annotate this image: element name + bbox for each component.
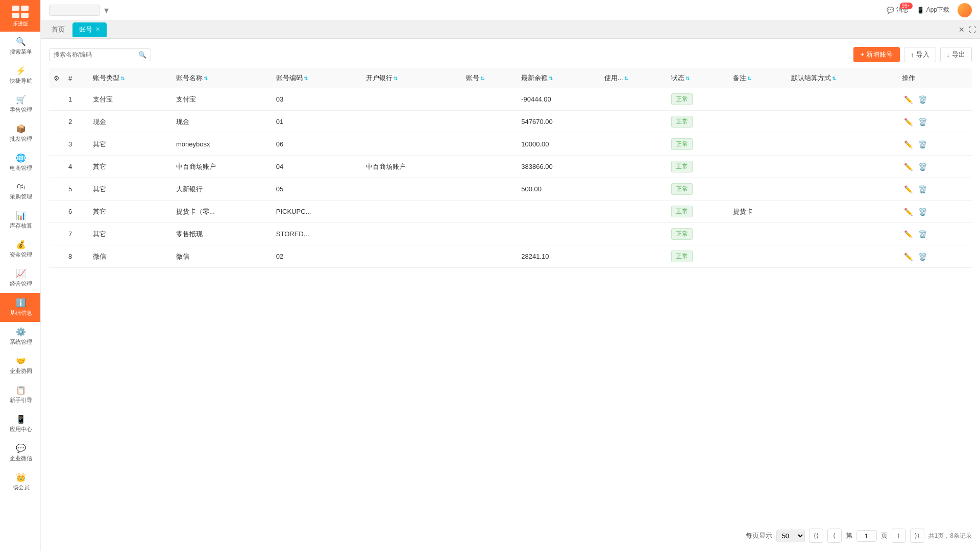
col-status[interactable]: 状态⇅	[667, 68, 729, 88]
row-index: 6	[64, 201, 89, 223]
edit-button[interactable]: ✏️	[902, 184, 915, 194]
export-label: 导出	[952, 50, 965, 59]
delete-button[interactable]: 🗑️	[916, 117, 929, 127]
table-header-row: ⚙ # 账号类型⇅ 账号名称⇅ 账号编码⇅ 开户银行⇅	[49, 68, 972, 88]
delete-button[interactable]: 🗑️	[916, 139, 929, 149]
edit-button[interactable]: ✏️	[902, 139, 915, 149]
col-usage[interactable]: 使用...⇅	[600, 68, 667, 88]
sidebar-item-enterprise-wechat[interactable]: 💬 企业微信	[0, 438, 40, 467]
row-settings	[49, 201, 64, 223]
col-latest-balance[interactable]: 最新余额⇅	[517, 68, 600, 88]
user-avatar[interactable]	[958, 3, 972, 17]
row-opening-bank	[362, 245, 462, 268]
app-download-btn[interactable]: 📱 App下载	[917, 6, 949, 14]
page-first-btn[interactable]: ⟨⟨	[809, 529, 823, 543]
edit-button[interactable]: ✏️	[902, 94, 915, 105]
sidebar-item-inventory[interactable]: 📊 库存核算	[0, 206, 40, 235]
sidebar-item-system-mgmt[interactable]: ⚙️ 系统管理	[0, 322, 40, 351]
edit-button[interactable]: ✏️	[902, 252, 915, 262]
edit-button[interactable]: ✏️	[902, 207, 915, 217]
delete-button[interactable]: 🗑️	[916, 229, 929, 239]
tab-account-close[interactable]: ✕	[95, 26, 100, 33]
col-action: 操作	[898, 68, 972, 88]
col-default-settlement[interactable]: 默认结算方式⇅	[787, 68, 898, 88]
import-button[interactable]: ↑ 导入	[904, 47, 936, 62]
edit-button[interactable]: ✏️	[902, 229, 915, 239]
page-prev-btn[interactable]: ⟨	[827, 529, 842, 543]
page-next-btn[interactable]: ⟩	[892, 529, 906, 543]
topbar-search-input[interactable]	[49, 5, 100, 16]
sidebar-item-wholesale-mgmt[interactable]: 📦 批发管理	[0, 119, 40, 148]
row-status: 正常	[667, 201, 729, 223]
row-account-name: moneybosx	[172, 133, 272, 156]
tab-expand-btn[interactable]: ⛶	[969, 26, 976, 34]
row-usage	[600, 133, 667, 156]
row-opening-bank	[362, 88, 462, 111]
sidebar-item-vip-member[interactable]: 👑 畅会员	[0, 467, 40, 496]
col-settings[interactable]: ⚙	[49, 68, 64, 88]
sidebar-item-app-center[interactable]: 📱 应用中心	[0, 409, 40, 438]
sort-account-number: ⇅	[480, 76, 484, 81]
col-account-code[interactable]: 账号编码⇅	[272, 68, 362, 88]
table-row: 1 支付宝 支付宝 03 -90444.00 正常 ✏️ 🗑️	[49, 88, 972, 111]
page-input[interactable]	[856, 530, 877, 542]
sort-remark: ⇅	[747, 76, 751, 81]
row-index: 8	[64, 245, 89, 268]
row-account-type: 微信	[89, 245, 172, 268]
col-account-name[interactable]: 账号名称⇅	[172, 68, 272, 88]
page-last-btn[interactable]: ⟩⟩	[910, 529, 924, 543]
edit-button[interactable]: ✏️	[902, 117, 915, 127]
row-account-type: 其它	[89, 201, 172, 223]
sidebar-item-ops-mgmt[interactable]: 📈 经营管理	[0, 264, 40, 293]
status-badge: 正常	[671, 93, 693, 105]
col-account-type[interactable]: 账号类型⇅	[89, 68, 172, 88]
tabbar: 首页 账号 ✕ ✕ ⛶	[41, 20, 980, 39]
row-default-settlement	[787, 156, 898, 178]
delete-button[interactable]: 🗑️	[916, 207, 929, 217]
add-account-button[interactable]: + 新增账号	[853, 47, 900, 62]
sidebar-item-enterprise-agreement-label: 企业协同	[10, 367, 32, 375]
sidebar-item-ecommerce-mgmt[interactable]: 🌐 电商管理	[0, 148, 40, 177]
main-area: ▾ 💬 消息 99+ 📱 App下载 首页 账号 ✕ ✕ ⛶	[41, 0, 980, 551]
row-index: 7	[64, 223, 89, 245]
sidebar-item-new-guide[interactable]: 📋 新手引导	[0, 380, 40, 409]
row-settings	[49, 111, 64, 133]
export-button[interactable]: ↓ 导出	[940, 47, 972, 62]
app-logo[interactable]: 乐进版	[0, 0, 40, 32]
delete-button[interactable]: 🗑️	[916, 252, 929, 262]
delete-button[interactable]: 🗑️	[916, 94, 929, 105]
search-input[interactable]	[54, 51, 136, 58]
row-remark	[729, 178, 788, 201]
tab-home[interactable]: 首页	[45, 22, 71, 37]
sidebar-item-basic-info[interactable]: ℹ️ 基础信息	[0, 293, 40, 322]
tab-home-label: 首页	[52, 25, 65, 34]
col-account-number[interactable]: 账号⇅	[462, 68, 517, 88]
sidebar-item-purchase-mgmt[interactable]: 🛍 采购管理	[0, 177, 40, 206]
delete-button[interactable]: 🗑️	[916, 162, 929, 172]
tab-close-all-btn[interactable]: ✕	[959, 26, 965, 34]
sort-account-name: ⇅	[204, 76, 208, 81]
sort-opening-bank: ⇅	[394, 76, 398, 81]
tab-account[interactable]: 账号 ✕	[72, 22, 107, 37]
message-btn[interactable]: 💬 消息 99+	[887, 6, 909, 14]
topbar-dropdown-btn[interactable]: ▾	[104, 5, 109, 16]
sidebar-item-finance-mgmt[interactable]: 💰 资金管理	[0, 235, 40, 264]
row-status: 正常	[667, 133, 729, 156]
sidebar: 乐进版 🔍 搜索菜单 ⚡ 快捷导航 🛒 零售管理 📦 批发管理 🌐 电商管理 🛍…	[0, 0, 41, 551]
sidebar-item-retail-mgmt[interactable]: 🛒 零售管理	[0, 90, 40, 119]
col-opening-bank[interactable]: 开户银行⇅	[362, 68, 462, 88]
col-remark[interactable]: 备注⇅	[729, 68, 788, 88]
row-remark	[729, 133, 788, 156]
topbar-left: ▾	[49, 5, 109, 16]
row-usage	[600, 88, 667, 111]
row-remark	[729, 111, 788, 133]
sidebar-item-search-menu[interactable]: 🔍 搜索菜单	[0, 32, 40, 61]
sidebar-item-inventory-label: 库存核算	[10, 222, 32, 230]
delete-button[interactable]: 🗑️	[916, 184, 929, 194]
search-icon[interactable]: 🔍	[138, 51, 146, 59]
page-size-select[interactable]: 50 20 100	[776, 530, 805, 542]
edit-button[interactable]: ✏️	[902, 162, 915, 172]
sidebar-item-quick-nav[interactable]: ⚡ 快捷导航	[0, 61, 40, 90]
sidebar-item-enterprise-agreement[interactable]: 🤝 企业协同	[0, 351, 40, 380]
row-account-number	[462, 223, 517, 245]
